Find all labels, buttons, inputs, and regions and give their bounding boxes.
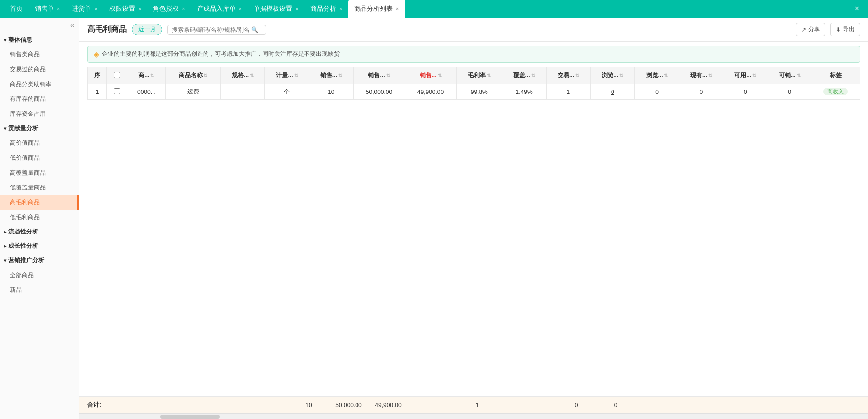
col-browse2[interactable]: 浏览...⇅ [635,67,679,84]
search-input[interactable] [172,26,251,33]
footer-avail-stock: 0 [596,402,636,409]
sort-icon: ⇅ [575,73,579,78]
sidebar-item-sales-goods[interactable]: 销售类商品 [0,47,79,62]
nav-purchase-order[interactable]: 进货单 × [66,0,103,18]
col-browse1[interactable]: 浏览...⇅ [591,67,635,84]
data-table: 序 商...⇅ 商品名称⇅ 规格...⇅ 计量...⇅ 销售...⇅ 销售...… [87,67,860,100]
col-unit[interactable]: 计量...⇅ [265,67,309,84]
sort-icon: ⇅ [664,73,668,78]
row-checkbox[interactable] [114,88,120,94]
close-icon[interactable]: × [182,6,185,12]
col-current-stock[interactable]: 现有...⇅ [679,67,723,84]
footer-trade-times: 1 [458,402,497,409]
arrow-down-icon: ▾ [4,126,6,131]
sidebar: « ▾ 整体信息 销售类商品 交易过的商品 商品分类助销率 有库存的商品 库存资… [0,18,79,419]
cell-checkbox[interactable] [107,84,127,100]
search-icon[interactable]: 🔍 [251,26,258,33]
sidebar-item-high-value[interactable]: 高价值商品 [0,136,79,150]
nav-home[interactable]: 首页 [4,0,29,18]
window-close-button[interactable]: × [850,4,864,13]
sidebar-item-high-coverage[interactable]: 高覆盖量商品 [0,165,79,180]
cell-sales-profit: 49,900.00 [405,84,457,100]
share-button[interactable]: ↗ 分享 [796,23,825,36]
sort-icon: ⇅ [797,73,801,78]
sidebar-item-capital-usage[interactable]: 库存资金占用 [0,106,79,121]
close-icon[interactable]: × [295,6,298,12]
horizontal-scrollbar[interactable] [79,413,868,419]
arrow-right-icon: ▸ [4,229,6,234]
sidebar-group-contribution[interactable]: ▾ 贡献量分析 [0,121,79,136]
col-sales-qty[interactable]: 销售...⇅ [309,67,353,84]
sidebar-group-trend[interactable]: ▸ 流趋性分析 [0,225,79,239]
cell-sales-qty: 10 [309,84,353,100]
sort-icon: ⇅ [531,73,535,78]
close-icon[interactable]: × [94,6,97,12]
sidebar-item-high-margin[interactable]: 高毛利商品 [0,195,79,210]
info-text: 企业的主要的利润都是这部分商品创造的，可考虑加大推广，同时关注库存是不要出现缺货 [102,50,340,58]
sidebar-item-low-margin[interactable]: 低毛利商品 [0,210,79,225]
cell-saleable-stock: 0 [767,84,812,100]
nav-product-warehouse[interactable]: 产成品入库单 × [191,0,248,18]
close-icon[interactable]: × [57,6,60,12]
close-icon[interactable]: × [396,6,399,12]
search-box: 🔍 [167,25,266,35]
nav-product-analysis[interactable]: 商品分析 × [305,0,348,18]
sort-icon: ⇅ [438,73,442,78]
col-trade-times[interactable]: 交易...⇅ [546,67,590,84]
nav-permission-settings[interactable]: 权限设置 × [103,0,147,18]
content-area: 高毛利商品 近一月 🔍 ↗ 分享 ⬇ 导出 ◈ 企业的主要的利润都是这部分商品创… [79,18,868,419]
nav-product-analysis-list[interactable]: 商品分析列表 × [348,0,405,18]
sidebar-item-low-value[interactable]: 低价值商品 [0,150,79,165]
table-header-row: 序 商...⇅ 商品名称⇅ 规格...⇅ 计量...⇅ 销售...⇅ 销售...… [88,67,860,84]
sort-icon: ⇅ [338,73,342,78]
col-avail-stock[interactable]: 可用...⇅ [723,67,767,84]
sort-icon: ⇅ [294,73,298,78]
cell-code: 0000... [127,84,165,100]
sort-icon: ⇅ [619,73,623,78]
col-name[interactable]: 商品名称⇅ [165,67,220,84]
sort-icon: ⇅ [487,73,491,78]
export-button[interactable]: ⬇ 导出 [830,23,860,36]
sidebar-item-traded-goods[interactable]: 交易过的商品 [0,62,79,77]
sidebar-item-in-stock[interactable]: 有库存的商品 [0,92,79,106]
footer-sales-amt: 50,000.00 [329,402,368,409]
cell-sales-amt: 50,000.00 [353,84,405,100]
cell-current-stock: 0 [679,84,723,100]
sidebar-collapse-button[interactable]: « [0,18,79,33]
close-icon[interactable]: × [138,6,141,12]
sort-icon: ⇅ [204,73,207,78]
share-icon: ↗ [801,26,806,33]
nav-sales-order[interactable]: 销售单 × [29,0,66,18]
col-spec[interactable]: 规格...⇅ [221,67,265,84]
col-coverage[interactable]: 覆盖...⇅ [502,67,546,84]
export-icon: ⬇ [836,26,841,33]
sidebar-item-category-rate[interactable]: 商品分类助销率 [0,77,79,92]
nav-role-auth[interactable]: 角色授权 × [147,0,191,18]
select-all-checkbox[interactable] [114,72,120,78]
sidebar-item-new-goods[interactable]: 新品 [0,282,79,297]
filter-recent-month-button[interactable]: 近一月 [132,24,162,35]
sidebar-group-growth[interactable]: ▸ 成长性分析 [0,239,79,253]
cell-gross-rate: 99.8% [457,84,502,100]
arrow-down-icon: ▾ [4,258,6,263]
sidebar-item-all-goods[interactable]: 全部商品 [0,268,79,282]
cell-avail-stock: 0 [723,84,767,100]
nav-template-settings[interactable]: 单据模板设置 × [248,0,304,18]
sidebar-group-marketing[interactable]: ▾ 营销推广分析 [0,253,79,268]
sort-icon: ⇅ [708,73,712,78]
sidebar-group-overall[interactable]: ▾ 整体信息 [0,33,79,47]
col-index: 序 [88,67,107,84]
col-sales-amt[interactable]: 销售...⇅ [353,67,405,84]
col-gross-rate[interactable]: 毛利率⇅ [457,67,502,84]
close-icon[interactable]: × [239,6,242,12]
footer-current-stock: 0 [557,402,596,409]
table-container: 序 商...⇅ 商品名称⇅ 规格...⇅ 计量...⇅ 销售...⇅ 销售...… [79,67,868,396]
footer-sales-profit: 49,900.00 [368,402,408,409]
col-saleable-stock[interactable]: 可销...⇅ [767,67,812,84]
col-sales-profit[interactable]: 销售...⇅ [405,67,457,84]
scrollbar-thumb[interactable] [160,415,220,419]
close-icon[interactable]: × [339,6,342,12]
cell-browse1[interactable]: 0 [591,84,635,100]
sidebar-item-low-coverage[interactable]: 低覆盖量商品 [0,180,79,195]
col-code[interactable]: 商...⇅ [127,67,165,84]
